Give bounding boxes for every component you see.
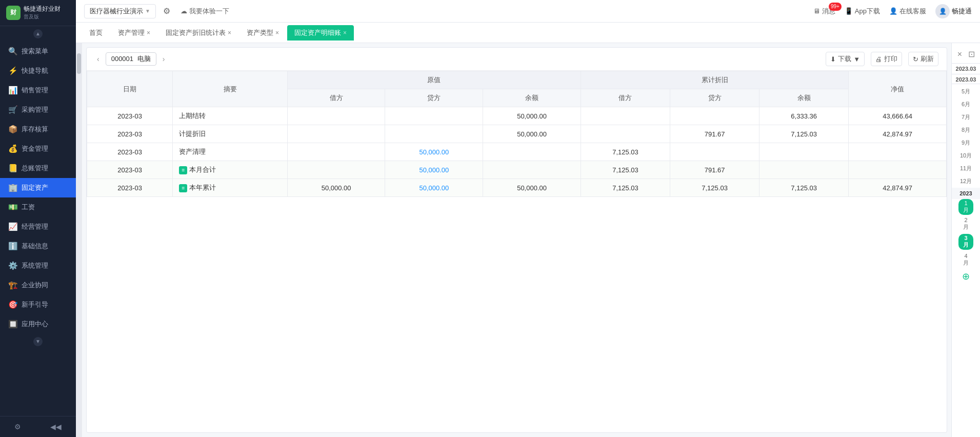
tab-close-icon[interactable]: × xyxy=(343,29,347,36)
cloud-icon: ☁ xyxy=(181,7,187,15)
cell-orig-debit: 50,000.00 xyxy=(287,179,385,197)
cell-acc-credit xyxy=(670,107,759,125)
cell-orig-credit: 50,000.00 xyxy=(385,179,483,197)
timeline-month-11[interactable]: 11月 xyxy=(952,162,980,175)
sidebar-settings-btn[interactable]: ⚙ xyxy=(10,421,25,433)
tab-close-icon[interactable]: × xyxy=(275,29,279,36)
timeline-month-1[interactable]: 1月 xyxy=(958,199,974,215)
panel-expand-btn[interactable]: ⊡ xyxy=(966,47,977,61)
app-name: 畅捷通好业财 xyxy=(24,5,61,13)
tab-asset-type[interactable]: 资产类型 × xyxy=(239,25,286,41)
message-badge: 99+ xyxy=(829,3,842,11)
system-icon: ⚙️ xyxy=(8,261,17,270)
sidebar-item-fund[interactable]: 💰 资金管理 xyxy=(0,139,76,158)
tab-asset-detail[interactable]: 固定资产明细账 × xyxy=(287,25,354,41)
cell-summary: 上期结转 xyxy=(173,107,287,125)
app-center-icon: 🔲 xyxy=(8,320,17,329)
sidebar-item-quick-nav[interactable]: ⚡ 快捷导航 xyxy=(0,61,76,81)
tab-asset-mgmt[interactable]: 资产管理 × xyxy=(111,25,157,41)
cell-acc-balance: 7,125.03 xyxy=(759,125,849,143)
panel-toolbar: ‹ 000001 电脑 › ⬇ 下载 ▼ 🖨 打印 xyxy=(87,48,947,71)
cell-net-value: 43,666.64 xyxy=(849,107,947,125)
fixed-assets-icon: 🏢 xyxy=(8,183,17,192)
app-version: 普及版 xyxy=(24,13,61,21)
cell-orig-debit xyxy=(287,161,385,179)
sidebar-item-inventory[interactable]: 📦 库存核算 xyxy=(0,120,76,139)
sidebar-item-enterprise[interactable]: 🏗️ 企业协同 xyxy=(0,275,76,295)
fund-icon: 💰 xyxy=(8,144,17,153)
cell-net-value: 42,874.97 xyxy=(849,125,947,143)
cell-summary: ≡本年累计 xyxy=(173,179,287,197)
cell-orig-balance: 50,000.00 xyxy=(483,179,581,197)
sidebar-scroll-down[interactable]: ▼ xyxy=(33,337,43,346)
refresh-icon: ↻ xyxy=(913,55,918,63)
prev-arrow-btn[interactable]: ‹ xyxy=(95,54,102,64)
cell-orig-balance: 50,000.00 xyxy=(483,125,581,143)
right-timeline-panel: × ⊡ 2023.03 2023.03 5月 6月 7月 8月 9月 10月 1… xyxy=(951,43,980,437)
timeline-month-4[interactable]: 4月 xyxy=(958,252,974,268)
tab-home[interactable]: 首页 xyxy=(82,25,110,41)
sidebar-item-label: 系统管理 xyxy=(22,261,48,270)
right-panel-header: × ⊡ xyxy=(952,45,980,64)
chevron-down-icon: ▼ xyxy=(145,8,150,14)
left-scrollbar[interactable] xyxy=(76,43,82,437)
th-acc-balance: 余额 xyxy=(759,89,849,107)
cell-summary: 资产清理 xyxy=(173,143,287,161)
sidebar-item-label: 应用中心 xyxy=(22,320,48,329)
timeline-month-8[interactable]: 8月 xyxy=(952,124,980,136)
sidebar-item-guide[interactable]: 🎯 新手引导 xyxy=(0,295,76,314)
timeline-month-2[interactable]: 2月 xyxy=(958,216,974,232)
ledger-icon: 📒 xyxy=(8,164,17,173)
sidebar-collapse-btn[interactable]: ◀◀ xyxy=(46,421,66,433)
cell-acc-credit: 7,125.03 xyxy=(670,179,759,197)
sidebar-item-basic-info[interactable]: ℹ️ 基础信息 xyxy=(0,236,76,256)
panel-close-btn[interactable]: × xyxy=(955,48,964,61)
timeline-month-5[interactable]: 5月 xyxy=(952,85,980,98)
tab-label: 固定资产折旧统计表 xyxy=(166,28,226,37)
tab-close-icon[interactable]: × xyxy=(147,29,150,36)
topbar-settings-btn[interactable]: ⚙ xyxy=(163,6,170,16)
online-service-btn[interactable]: 👤 在线客服 xyxy=(889,7,926,16)
cell-orig-credit xyxy=(385,107,483,125)
sidebar-item-system[interactable]: ⚙️ 系统管理 xyxy=(0,256,76,275)
sidebar-item-fixed-assets[interactable]: 🏢 固定资产 xyxy=(0,178,76,197)
company-selector[interactable]: 医疗器械行业演示 ▼ xyxy=(84,4,156,18)
th-accumulated-group: 累计折旧 xyxy=(581,71,848,89)
timeline-month-7[interactable]: 7月 xyxy=(952,111,980,124)
print-btn[interactable]: 🖨 打印 xyxy=(871,52,902,66)
timeline-expand-btn[interactable]: ⊕ xyxy=(962,271,970,282)
sidebar-scroll-up[interactable]: ▲ xyxy=(33,29,43,38)
timeline-month-12[interactable]: 12月 xyxy=(952,175,980,188)
search-icon: 🔍 xyxy=(8,47,17,56)
cell-acc-debit: 7,125.03 xyxy=(581,179,670,197)
tab-depreciation-stat[interactable]: 固定资产折旧统计表 × xyxy=(158,25,238,41)
cell-date: 2023-03 xyxy=(87,161,173,179)
experience-btn[interactable]: ☁ 我要体验一下 xyxy=(181,7,229,16)
sidebar-item-operations[interactable]: 📈 经营管理 xyxy=(0,217,76,236)
sidebar-item-purchase[interactable]: 🛒 采购管理 xyxy=(0,100,76,120)
timeline-month-6[interactable]: 6月 xyxy=(952,98,980,111)
timeline-month-10[interactable]: 10月 xyxy=(952,149,980,162)
timeline-header-2: 2023.03 xyxy=(952,74,980,84)
timeline-month-9[interactable]: 9月 xyxy=(952,136,980,149)
refresh-btn[interactable]: ↻ 刷新 xyxy=(908,52,938,66)
cell-acc-balance xyxy=(759,143,849,161)
sidebar-item-search[interactable]: 🔍 搜索菜单 xyxy=(0,42,76,61)
sidebar-item-sales[interactable]: 📊 销售管理 xyxy=(0,81,76,100)
sidebar-item-label: 搜索菜单 xyxy=(22,47,48,56)
guide-icon: 🎯 xyxy=(8,300,17,309)
download-btn[interactable]: ⬇ 下载 ▼ xyxy=(826,52,865,66)
sidebar-item-app-center[interactable]: 🔲 应用中心 xyxy=(0,314,76,334)
next-arrow-btn[interactable]: › xyxy=(161,54,167,64)
message-btn[interactable]: 🖥 消息 99+ xyxy=(813,7,835,16)
app-download-btn[interactable]: 📱 App下载 xyxy=(845,7,880,16)
sidebar-item-payroll[interactable]: 💵 工资 xyxy=(0,197,76,217)
cell-acc-balance xyxy=(759,161,849,179)
th-orig-credit: 贷方 xyxy=(385,89,483,107)
sidebar-item-ledger[interactable]: 📒 总账管理 xyxy=(0,158,76,178)
tab-close-icon[interactable]: × xyxy=(228,29,231,36)
main-content: 医疗器械行业演示 ▼ ⚙ ☁ 我要体验一下 🖥 消息 99+ 📱 App下载 👤… xyxy=(76,0,980,437)
timeline-month-3-selected[interactable]: 3月 xyxy=(958,234,974,250)
main-panel: ‹ 000001 电脑 › ⬇ 下载 ▼ 🖨 打印 xyxy=(86,47,947,433)
user-menu[interactable]: 👤 畅捷通 xyxy=(935,4,972,18)
